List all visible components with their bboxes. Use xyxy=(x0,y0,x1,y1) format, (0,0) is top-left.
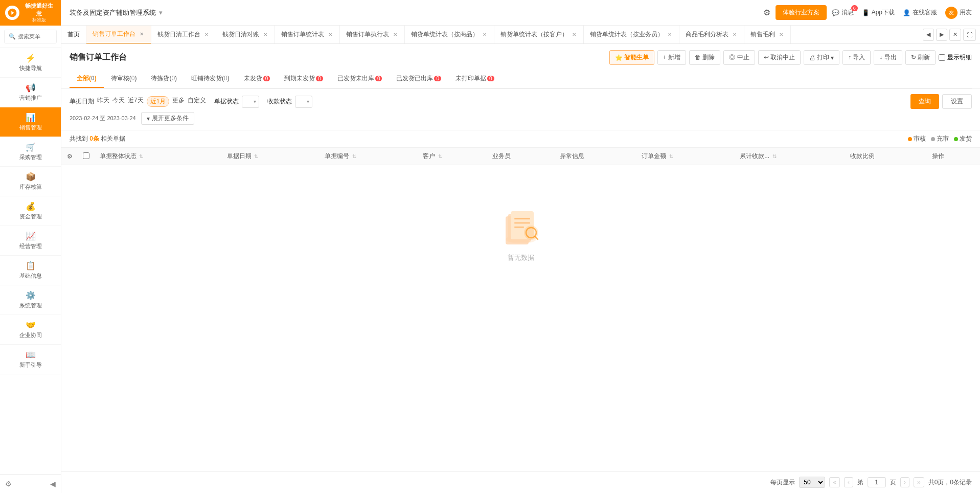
sidebar-settings-button[interactable]: ⚙ xyxy=(5,480,12,488)
stop-button[interactable]: ◎ 中止 xyxy=(723,50,755,65)
settings-gear-button[interactable]: ⚙ xyxy=(763,8,770,17)
sidebar-item-marketing[interactable]: 📢 营销推广 xyxy=(0,78,61,107)
tab-sales-exec[interactable]: 销售订单执行表 ✕ xyxy=(340,26,405,44)
sidebar-collapse-button[interactable]: ◀ xyxy=(50,480,56,488)
status-select-wrap xyxy=(242,96,259,108)
col-client[interactable]: 客户 ⇅ xyxy=(418,148,487,165)
date-more[interactable]: 更多 xyxy=(172,96,185,107)
show-detail-checkbox[interactable] xyxy=(939,54,945,61)
col-settings[interactable]: ⚙ xyxy=(61,148,78,165)
tab-close-icon[interactable]: ✕ xyxy=(139,31,145,37)
page-input[interactable] xyxy=(868,477,886,487)
sub-tab-all[interactable]: 全部(0) xyxy=(70,70,104,88)
sub-tab-wangpu-ship[interactable]: 旺铺待发货(0) xyxy=(184,70,237,88)
online-service-button[interactable]: 👤 在线客服 xyxy=(903,8,937,17)
table-scroll[interactable]: ⚙ 单据整体状态 ⇅ 单据日期 ⇅ xyxy=(61,148,980,471)
col-collected[interactable]: 累计收款... ⇅ xyxy=(735,148,845,165)
anti-review-action[interactable]: 充审 xyxy=(931,135,949,143)
sidebar-item-guide[interactable]: 📖 新手引导 xyxy=(0,345,61,374)
tab-cash-account[interactable]: 钱货日清对账 ✕ xyxy=(216,26,275,44)
page-first-button[interactable]: « xyxy=(829,477,840,487)
date-custom[interactable]: 自定义 xyxy=(188,96,206,107)
delete-button[interactable]: 🗑 删除 xyxy=(689,50,720,65)
filter-settings-button[interactable]: 设置 xyxy=(942,94,972,109)
refresh-button[interactable]: ↻ 刷新 xyxy=(905,50,936,65)
tab-close-all-button[interactable]: ✕ xyxy=(949,29,961,41)
tab-close-icon[interactable]: ✕ xyxy=(327,31,333,38)
date-yesterday[interactable]: 昨天 xyxy=(97,96,109,107)
tab-next-button[interactable]: ▶ xyxy=(936,29,947,41)
tab-close-icon[interactable]: ✕ xyxy=(732,31,738,38)
sidebar-item-sales[interactable]: 📊 销售管理 xyxy=(0,107,61,137)
sub-tab-shipped-out[interactable]: 已发货已出库0 xyxy=(389,70,448,88)
tab-home[interactable]: 首页 xyxy=(61,26,86,44)
tab-sales-workbench[interactable]: 销售订单工作台 ✕ xyxy=(86,26,151,44)
tab-close-icon[interactable]: ✕ xyxy=(262,31,268,38)
sidebar-item-system[interactable]: ⚙️ 系统管理 xyxy=(0,285,61,315)
export-button[interactable]: ↓ 导出 xyxy=(874,50,902,65)
import-button[interactable]: ↑ 导入 xyxy=(842,50,871,65)
col-date[interactable]: 单据日期 ⇅ xyxy=(222,148,320,165)
tab-product-margin[interactable]: 商品毛利分析表 ✕ xyxy=(679,26,744,44)
col-amount[interactable]: 订单金额 ⇅ xyxy=(636,148,735,165)
page-last-button[interactable]: » xyxy=(914,477,924,487)
sub-tab-overdue-not-shipped[interactable]: 到期未发货0 xyxy=(277,70,330,88)
ship-action[interactable]: 发货 xyxy=(954,135,972,143)
sidebar-item-label: 销售管理 xyxy=(19,124,42,131)
sub-tab-pending-inspect[interactable]: 待拣货(0) xyxy=(144,70,184,88)
date-1month[interactable]: 近1月 xyxy=(147,96,170,107)
solution-button[interactable]: 体验行业方案 xyxy=(776,5,827,20)
sidebar-item-cooperation[interactable]: 🤝 企业协同 xyxy=(0,315,61,345)
tab-prev-button[interactable]: ◀ xyxy=(923,29,934,41)
tab-close-icon[interactable]: ✕ xyxy=(778,31,784,38)
tab-close-icon[interactable]: ✕ xyxy=(667,31,673,38)
total-records: 共0页，0条记录 xyxy=(928,478,972,487)
sub-tab-pending-review[interactable]: 待审核(0) xyxy=(104,70,144,88)
tab-sales-product[interactable]: 销货单统计表（按商品） ✕ xyxy=(405,26,494,44)
print-button[interactable]: 🖨 打印 ▾ xyxy=(804,50,839,65)
cancel-stop-button[interactable]: ↩ 取消中止 xyxy=(758,50,801,65)
page-prev-button[interactable]: ‹ xyxy=(844,477,853,487)
expand-more-button[interactable]: ▾ 展开更多条件 xyxy=(141,112,194,125)
tab-cash-daily[interactable]: 钱货日清工作台 ✕ xyxy=(151,26,216,44)
sidebar-item-finance[interactable]: 💰 资金管理 xyxy=(0,196,61,226)
date-7days[interactable]: 近7天 xyxy=(128,96,144,107)
sidebar-item-inventory[interactable]: 📦 库存核算 xyxy=(0,167,61,196)
sidebar-item-quick-nav[interactable]: ⚡ 快捷导航 xyxy=(0,48,61,78)
sidebar-item-purchase[interactable]: 🛒 采购管理 xyxy=(0,137,61,167)
app-download-button[interactable]: 📱 App下载 xyxy=(862,8,895,17)
search-icon: 🔍 xyxy=(9,33,16,40)
sidebar-item-label: 营销推广 xyxy=(19,94,42,102)
col-number[interactable]: 单据编号 ⇅ xyxy=(320,148,418,165)
add-button[interactable]: + 新增 xyxy=(657,50,686,65)
show-detail-label[interactable]: 显示明细 xyxy=(939,53,972,62)
tab-fullscreen-button[interactable]: ⛶ xyxy=(963,29,976,41)
date-today[interactable]: 今天 xyxy=(112,96,125,107)
sub-tab-not-shipped[interactable]: 未发货0 xyxy=(237,70,278,88)
tab-sales-stats[interactable]: 销售订单统计表 ✕ xyxy=(275,26,340,44)
tab-sales-more[interactable]: 销售毛利 ✕ xyxy=(744,26,791,44)
tab-close-icon[interactable]: ✕ xyxy=(482,31,488,38)
select-all-checkbox[interactable] xyxy=(83,152,89,159)
smart-create-button[interactable]: ⭐ 智能生单 xyxy=(609,50,654,65)
user-menu-button[interactable]: 友 用友 xyxy=(945,7,972,19)
sidebar-item-operation[interactable]: 📈 经营管理 xyxy=(0,226,61,256)
payment-select[interactable] xyxy=(295,96,312,108)
col-checkbox[interactable] xyxy=(78,148,95,165)
tab-close-icon[interactable]: ✕ xyxy=(392,31,398,38)
search-menu-button[interactable]: 🔍 搜索菜单 xyxy=(4,30,57,43)
tab-close-icon[interactable]: ✕ xyxy=(571,31,577,38)
sub-tab-shipped-not-out[interactable]: 已发货未出库0 xyxy=(330,70,390,88)
review-action[interactable]: 审核 xyxy=(908,135,926,143)
tab-sales-client[interactable]: 销货单统计表（按客户） ✕ xyxy=(494,26,584,44)
page-next-button[interactable]: › xyxy=(900,477,909,487)
status-select[interactable] xyxy=(242,96,259,108)
tab-sales-staff[interactable]: 销货单统计表（按业务员） ✕ xyxy=(584,26,679,44)
col-status[interactable]: 单据整体状态 ⇅ xyxy=(95,148,222,165)
sub-tab-not-printed[interactable]: 未打印单据0 xyxy=(448,70,502,88)
page-size-select[interactable]: 50 10 20 100 xyxy=(799,477,825,488)
tab-close-icon[interactable]: ✕ xyxy=(203,31,210,38)
message-button[interactable]: 💬 消息 6 xyxy=(832,8,854,17)
query-button[interactable]: 查询 xyxy=(910,94,939,109)
sidebar-item-basic-info[interactable]: 📋 基础信息 xyxy=(0,256,61,285)
